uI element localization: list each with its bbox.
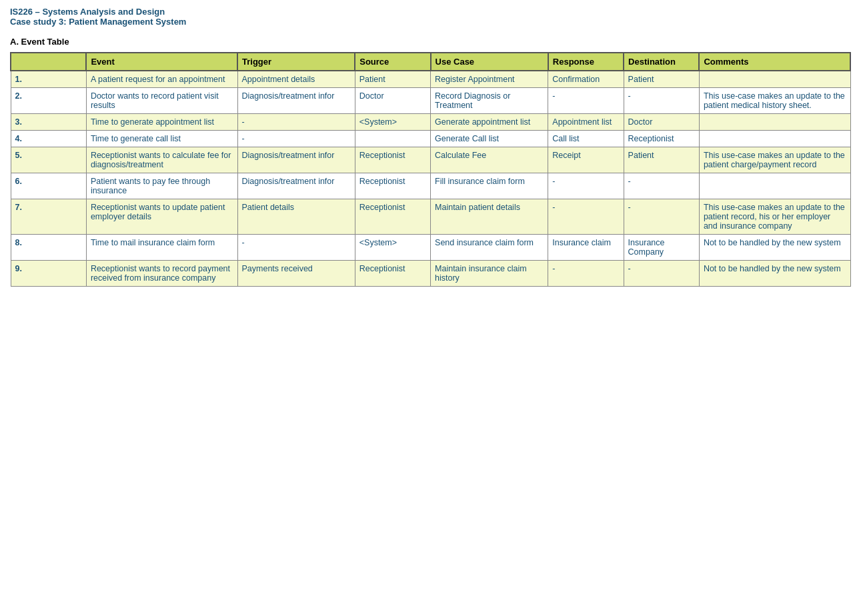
cell-usecase: Generate Call list xyxy=(431,131,548,147)
cell-event: Receptionist wants to calculate fee for … xyxy=(86,147,237,173)
cell-event: Time to mail insurance claim form xyxy=(86,235,237,261)
cell-dest: Patient xyxy=(624,147,699,173)
cell-num: 2. xyxy=(11,88,86,114)
col-header-event: Event xyxy=(86,53,237,71)
cell-response: Appointment list xyxy=(548,114,624,131)
cell-trigger: - xyxy=(237,131,355,147)
cell-trigger: - xyxy=(237,235,355,261)
table-row: 8.Time to mail insurance claim form-<Sys… xyxy=(11,235,850,261)
cell-usecase: Record Diagnosis or Treatment xyxy=(431,88,548,114)
cell-event: Receptionist wants to record payment rec… xyxy=(86,261,237,287)
cell-usecase: Generate appointment list xyxy=(431,114,548,131)
cell-comments: This use-case makes an update to the pat… xyxy=(699,199,850,235)
cell-num: 7. xyxy=(11,199,86,235)
cell-num: 5. xyxy=(11,147,86,173)
table-row: 7.Receptionist wants to update patient e… xyxy=(11,199,850,235)
cell-trigger: Diagnosis/treatment infor xyxy=(237,173,355,199)
cell-num: 3. xyxy=(11,114,86,131)
table-row: 4.Time to generate call list-Generate Ca… xyxy=(11,131,850,147)
cell-dest: - xyxy=(624,88,699,114)
cell-usecase: Register Appointment xyxy=(431,71,548,88)
cell-usecase: Fill insurance claim form xyxy=(431,173,548,199)
cell-comments: Not to be handled by the new system xyxy=(699,235,850,261)
cell-comments xyxy=(699,173,850,199)
cell-event: Receptionist wants to update patient emp… xyxy=(86,199,237,235)
cell-source: Receptionist xyxy=(355,199,430,235)
table-row: 3.Time to generate appointment list-<Sys… xyxy=(11,114,850,131)
cell-comments: This use-case makes an update to the pat… xyxy=(699,88,850,114)
cell-num: 1. xyxy=(11,71,86,88)
cell-response: Call list xyxy=(548,131,624,147)
cell-dest: Insurance Company xyxy=(624,235,699,261)
cell-dest: - xyxy=(624,261,699,287)
col-header-destination: Destination xyxy=(624,53,699,71)
cell-response: - xyxy=(548,261,624,287)
table-row: 1.A patient request for an appointmentAp… xyxy=(11,71,850,88)
cell-trigger: Diagnosis/treatment infor xyxy=(237,88,355,114)
title-line1: IS226 – Systems Analysis and Design xyxy=(10,7,851,17)
cell-trigger: Patient details xyxy=(237,199,355,235)
cell-source: <System> xyxy=(355,114,430,131)
cell-dest: Doctor xyxy=(624,114,699,131)
col-header-trigger: Trigger xyxy=(237,53,355,71)
cell-dest: - xyxy=(624,173,699,199)
cell-dest: Patient xyxy=(624,71,699,88)
cell-response: Insurance claim xyxy=(548,235,624,261)
cell-trigger: Payments received xyxy=(237,261,355,287)
cell-source: <System> xyxy=(355,235,430,261)
cell-comments: Not to be handled by the new system xyxy=(699,261,850,287)
cell-source: Receptionist xyxy=(355,147,430,173)
col-header-usecase: Use Case xyxy=(431,53,548,71)
table-row: 5.Receptionist wants to calculate fee fo… xyxy=(11,147,850,173)
col-header-source: Source xyxy=(355,53,430,71)
cell-num: 4. xyxy=(11,131,86,147)
cell-response: - xyxy=(548,88,624,114)
cell-num: 8. xyxy=(11,235,86,261)
event-table: Event Trigger Source Use Case Response D… xyxy=(10,52,851,287)
cell-comments xyxy=(699,131,850,147)
cell-source: Patient xyxy=(355,71,430,88)
cell-trigger: Diagnosis/treatment infor xyxy=(237,147,355,173)
table-row: 2.Doctor wants to record patient visit r… xyxy=(11,88,850,114)
cell-trigger: Appointment details xyxy=(237,71,355,88)
cell-num: 9. xyxy=(11,261,86,287)
cell-source xyxy=(355,131,430,147)
cell-response: Confirmation xyxy=(548,71,624,88)
cell-response: Receipt xyxy=(548,147,624,173)
col-header-comments: Comments xyxy=(699,53,850,71)
cell-num: 6. xyxy=(11,173,86,199)
page-header: IS226 – Systems Analysis and Design Case… xyxy=(10,7,851,27)
cell-event: Time to generate appointment list xyxy=(86,114,237,131)
cell-usecase: Maintain patient details xyxy=(431,199,548,235)
cell-event: A patient request for an appointment xyxy=(86,71,237,88)
col-header-response: Response xyxy=(548,53,624,71)
cell-source: Receptionist xyxy=(355,173,430,199)
cell-usecase: Maintain insurance claim history xyxy=(431,261,548,287)
title-line2: Case study 3: Patient Management System xyxy=(10,17,851,27)
col-header-num xyxy=(11,53,86,71)
cell-dest: - xyxy=(624,199,699,235)
table-row: 6.Patient wants to pay fee through insur… xyxy=(11,173,850,199)
cell-comments xyxy=(699,71,850,88)
cell-source: Doctor xyxy=(355,88,430,114)
cell-comments xyxy=(699,114,850,131)
section-title: A. Event Table xyxy=(10,37,851,47)
cell-dest: Receptionist xyxy=(624,131,699,147)
cell-usecase: Send insurance claim form xyxy=(431,235,548,261)
cell-response: - xyxy=(548,199,624,235)
cell-event: Time to generate call list xyxy=(86,131,237,147)
cell-usecase: Calculate Fee xyxy=(431,147,548,173)
cell-event: Patient wants to pay fee through insuran… xyxy=(86,173,237,199)
table-header-row: Event Trigger Source Use Case Response D… xyxy=(11,53,850,71)
cell-event: Doctor wants to record patient visit res… xyxy=(86,88,237,114)
table-row: 9.Receptionist wants to record payment r… xyxy=(11,261,850,287)
cell-trigger: - xyxy=(237,114,355,131)
cell-source: Receptionist xyxy=(355,261,430,287)
cell-comments: This use-case makes an update to the pat… xyxy=(699,147,850,173)
cell-response: - xyxy=(548,173,624,199)
